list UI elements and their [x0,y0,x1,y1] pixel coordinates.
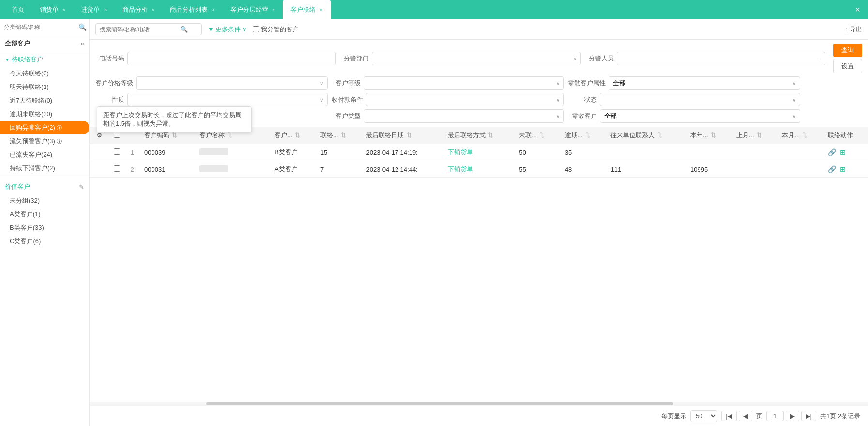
row2-link-icon[interactable]: 🔗 [828,165,836,173]
sidebar: 🔍 全部客户 « ▼ 待联络客户 今天待联络(0) 明天待联络(1) 近7天待联… [0,19,90,426]
close-goods-analysis-list-tab[interactable]: × [212,0,214,19]
manager-select[interactable]: ··· [617,52,825,65]
sidebar-search-icon[interactable]: 🔍 [78,23,87,31]
my-customers-checkbox[interactable] [253,26,259,32]
sidebar-item-lost[interactable]: 已流失客户(24) [0,148,89,162]
col-unit-contacts[interactable]: 往来单位联系人 ⇅ [606,127,685,144]
search-icon[interactable]: 🔍 [180,26,188,33]
sort-icon-category: ⇅ [295,132,300,139]
payment-select[interactable]: ∨ [366,93,564,106]
sidebar-item-overdue-pending[interactable]: 逾期未联络(30) [0,107,89,121]
col-overdue[interactable]: 逾期... ⇅ [560,127,606,144]
close-all-button[interactable]: × [851,5,864,15]
row1-last-way-link[interactable]: 下销货单 [448,148,473,156]
row2-action-icons: 🔗 ⊞ [828,165,863,173]
filter-toolbar: 🔍 ▼ 更多条件 ∨ 我分管的客户 ↑ 导出 [90,19,868,40]
row1-select-checkbox[interactable] [114,148,120,155]
close-customer-segment-tab[interactable]: × [272,0,275,19]
tab-purchase[interactable]: 进货单 × [73,0,114,19]
col-last-month[interactable]: 上月... ⇅ [731,127,777,144]
row1-link-icon[interactable]: 🔗 [828,148,836,156]
sidebar-search-input[interactable] [4,24,76,30]
row1-grid-icon[interactable]: ⊞ [840,148,846,156]
tab-sales[interactable]: 销货单 × [32,0,73,19]
price-level-select[interactable]: ∨ [136,76,328,90]
sidebar-item-today-pending[interactable]: 今天待联络(0) [0,67,89,80]
sidebar-item-7days-pending[interactable]: 近7天待联络(0) [0,94,89,107]
col-this-month[interactable]: 本月... ⇅ [777,127,823,144]
status-select[interactable]: ∨ [600,93,800,106]
retail-attr-label: 零散客户属性 [568,79,606,88]
tab-goods-analysis[interactable]: 商品分析 × [115,0,162,19]
sidebar-group-value[interactable]: 价值客户 ✎ [0,179,89,194]
sidebar-item-ungrouped[interactable]: 未分组(32) [0,194,89,207]
sort-icon-name: ⇅ [228,132,233,139]
cust-level-label: 客户等级 [332,79,361,88]
row2-grid-icon[interactable]: ⊞ [840,165,846,173]
edit-icon[interactable]: ✎ [79,183,84,191]
retail-attr-select[interactable]: 全部 ∨ [609,76,800,90]
more-conditions-btn[interactable]: ▼ 更多条件 ∨ [208,25,247,34]
gender-select[interactable]: ∨ [127,93,328,106]
retail-cust-select[interactable]: 全部 ∨ [600,109,800,123]
page-input[interactable] [766,411,784,421]
next-page-button[interactable]: ▶ [786,411,799,421]
sidebar-item-tomorrow-pending[interactable]: 明天待联络(1) [0,80,89,94]
filter-manager: 分管人员 ··· [585,52,825,65]
table-row: 1 000039 B类客户 15 [90,144,868,161]
col-last-way[interactable]: 最后联络方式 ⇅ [443,127,515,144]
sidebar-search-area: 🔍 [0,19,89,35]
row1-this-year [685,144,731,161]
close-sales-tab[interactable]: × [62,0,65,19]
row2-last-way-link[interactable]: 下销货单 [448,165,473,173]
sidebar-item-declining[interactable]: 持续下滑客户(2) [0,162,89,175]
export-button[interactable]: ↑ 导出 [845,25,863,34]
tab-home[interactable]: 首页 [4,0,32,19]
tab-customer-contact[interactable]: 客户联络 × [283,0,330,19]
settings-button[interactable]: 设置 [833,59,862,73]
row2-settings [90,161,109,178]
cust-level-select[interactable]: ∨ [364,76,564,90]
filter-customer-type: 客户类型 ∨ [332,109,564,123]
first-page-button[interactable]: |◀ [721,411,736,421]
close-goods-analysis-tab[interactable]: × [152,0,154,19]
row1-last-date: 2023-04-17 14:19: [361,144,442,161]
filter-retail-attr: 零散客户属性 全部 ∨ [568,76,800,90]
tab-goods-analysis-list[interactable]: 商品分析列表 × [162,0,222,19]
last-page-button[interactable]: ▶| [801,411,816,421]
dept-select[interactable]: ∨ [372,52,580,65]
close-purchase-tab[interactable]: × [104,0,107,19]
search-input[interactable] [100,26,177,33]
per-page-select[interactable]: 50 100 200 [690,410,717,422]
sidebar-item-repurchase-abnormal[interactable]: 回购异常客户(2) ⓘ [0,121,89,134]
row2-name [195,161,270,178]
col-last-date[interactable]: 最后联络日期 ⇅ [361,127,442,144]
prev-page-button[interactable]: ◀ [739,411,752,421]
sidebar-item-loss-warning[interactable]: 流失预警客户(3) ⓘ [0,134,89,148]
sidebar-item-c-class[interactable]: C类客户(6) [0,235,89,248]
row2-last-date: 2023-04-12 14:44: [361,161,442,178]
row2-code: 000031 [139,161,195,178]
collapse-sidebar-icon[interactable]: « [80,40,84,47]
row2-overdue: 48 [560,161,606,178]
col-contacts[interactable]: 联络... ⇅ [316,127,362,144]
query-button[interactable]: 查询 [833,44,862,57]
col-uncontacted[interactable]: 未联... ⇅ [514,127,560,144]
tab-customer-segment[interactable]: 客户分层经营 × [223,0,283,19]
cust-type-label: 客户类型 [332,112,361,120]
phone-input[interactable] [127,52,336,65]
filter-price-level: 客户价格等级 ∨ [95,76,328,90]
col-this-year[interactable]: 本年... ⇅ [685,127,731,144]
horizontal-scrollbar[interactable] [90,402,868,406]
col-category[interactable]: 客户... ⇅ [270,127,316,144]
row1-last-month [731,144,777,161]
close-customer-contact-tab[interactable]: × [320,0,322,19]
row1-num: 1 [125,144,139,161]
all-customers-header[interactable]: 全部客户 « [0,35,89,52]
row2-select-checkbox[interactable] [114,165,120,172]
cust-type-select[interactable]: ∨ [364,109,564,123]
sidebar-item-a-class[interactable]: A类客户(1) [0,207,89,221]
sidebar-group-pending[interactable]: ▼ 待联络客户 [0,52,89,67]
sidebar-item-b-class[interactable]: B类客户(33) [0,221,89,235]
phone-label: 电话号码 [95,54,124,63]
